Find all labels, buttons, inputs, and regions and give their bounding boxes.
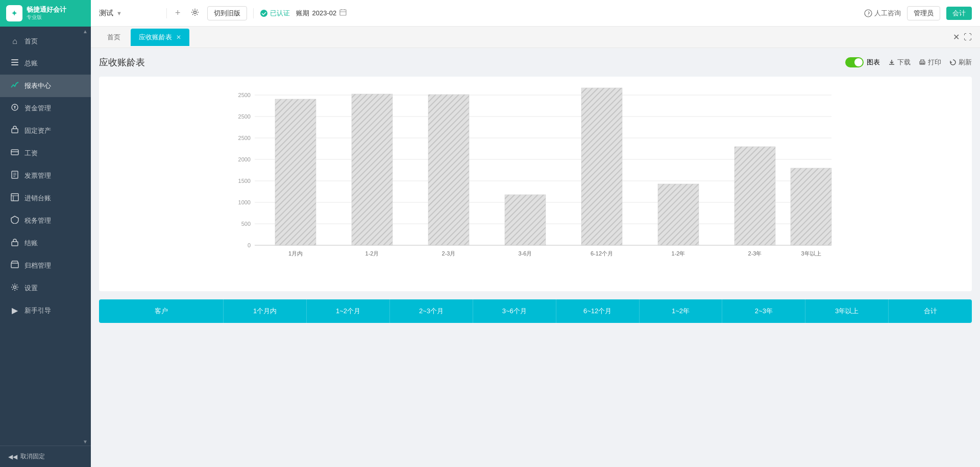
svg-rect-1 [11,62,18,63]
tab-close-icon[interactable]: ✕ [176,34,181,41]
svg-rect-4 [12,129,18,133]
th-6-12month: 6~12个月 [556,299,640,323]
tax-icon [10,216,19,226]
add-company-icon[interactable]: + [173,6,183,20]
certified-badge: 已认证 [260,9,290,18]
sidebar-label-guide: 新手引导 [24,306,51,315]
sidebar-item-archive[interactable]: 归档管理 [0,254,91,277]
old-version-button[interactable]: 切到旧版 [207,6,247,20]
sidebar-label-payroll: 工资 [24,149,38,158]
sidebar-item-assets[interactable]: 固定资产 [0,120,91,142]
th-customer: 客户 [99,299,224,323]
assets-icon [10,126,19,136]
sidebar-item-home[interactable]: ⌂ 首页 [0,31,91,52]
cancel-pin-button[interactable]: ◀◀ 取消固定 [0,446,91,467]
logo-sub: 专业版 [27,14,66,21]
svg-text:2500: 2500 [238,92,251,98]
table-header: 客户 1个月内 1~2个月 2~3个月 3~6个月 6~12个月 1~2年 2~… [99,299,972,323]
sidebar-label-tax: 税务管理 [24,216,51,225]
sidebar-label-reports: 报表中心 [24,81,51,90]
th-3-6month: 3~6个月 [473,299,556,323]
svg-text:1000: 1000 [238,199,251,205]
reports-icon [10,81,19,91]
svg-rect-13 [340,10,346,15]
funds-icon [10,103,19,113]
download-button[interactable]: 下载 [888,58,911,67]
th-2-3month: 2~3个月 [390,299,473,323]
th-3year-plus: 3年以上 [805,299,889,323]
sidebar-item-close[interactable]: 结账 [0,232,91,254]
sidebar-item-reports[interactable]: 报表中心 [0,75,91,97]
sidebar: ✦ 畅捷通好会计 专业版 ▲ ⌂ 首页 总账 [0,0,91,467]
svg-text:1-2年: 1-2年 [672,250,685,256]
company-selector[interactable]: 测试 ▼ [99,9,160,18]
svg-text:2000: 2000 [238,156,251,162]
tab-bar-right: ✕ ⛶ [953,32,972,42]
scroll-up-arrow[interactable]: ▲ [83,29,88,34]
sidebar-logo: ✦ 畅捷通好会计 专业版 [0,0,91,27]
company-name: 测试 [99,9,113,18]
sidebar-item-stock[interactable]: 进销台账 [0,187,91,209]
svg-point-10 [14,286,16,289]
tab-expand-icon[interactable]: ⛶ [964,33,972,42]
tab-close-window-icon[interactable]: ✕ [953,32,960,42]
svg-text:3-6月: 3-6月 [519,250,532,256]
sidebar-item-ledger[interactable]: 总账 [0,52,91,75]
th-1-2year: 1~2年 [640,299,723,323]
sidebar-item-invoice[interactable]: 发票管理 [0,165,91,187]
svg-text:1月内: 1月内 [288,250,303,256]
sidebar-item-guide[interactable]: ▶ 新手引导 [0,299,91,321]
scroll-down-arrow[interactable]: ▼ [83,439,88,445]
toggle-track[interactable] [845,57,864,67]
calendar-icon[interactable] [339,9,347,17]
tab-home[interactable]: 首页 [99,29,129,46]
svg-point-14 [865,10,872,17]
toolbar-right: 图表 下载 打印 [845,57,972,67]
role-button[interactable]: 会计 [946,7,972,20]
page-title-row: 应收账龄表 图表 下载 [99,56,972,68]
support-button[interactable]: 人工咨询 [864,9,901,18]
sidebar-label-settings: 设置 [24,284,38,293]
svg-rect-48 [734,147,775,245]
company-dropdown-icon[interactable]: ▼ [116,10,122,16]
certified-label: 已认证 [270,9,290,18]
content-area: 应收账龄表 图表 下载 [91,48,980,467]
logo-text: 畅捷通好会计 [27,6,66,14]
sidebar-item-tax[interactable]: 税务管理 [0,209,91,232]
manager-button[interactable]: 管理员 [907,6,940,20]
sidebar-label-assets: 固定资产 [24,126,51,135]
sidebar-item-payroll[interactable]: 工资 [0,142,91,165]
period-value: 2023-02 [312,9,337,17]
tab-active-label: 应收账龄表 [139,33,172,42]
svg-rect-38 [352,94,393,245]
svg-rect-40 [428,95,469,245]
chart-toggle[interactable]: 图表 [845,57,880,67]
toggle-label: 图表 [867,58,880,67]
payroll-icon [10,148,19,158]
th-1-2month: 1~2个月 [307,299,390,323]
main-area: 测试 ▼ + 切到旧版 已认证 账期 2023-02 [91,0,980,467]
svg-rect-50 [791,168,831,245]
sidebar-item-settings[interactable]: 设置 [0,277,91,299]
invoice-icon [10,171,19,181]
tab-active[interactable]: 应收账龄表 ✕ [131,29,189,46]
svg-point-11 [193,11,196,13]
settings-icon [10,283,19,293]
svg-text:2-3年: 2-3年 [748,250,762,256]
archive-icon [10,261,19,271]
settings-header-icon[interactable] [189,6,201,20]
support-label: 人工咨询 [874,9,901,18]
svg-text:1500: 1500 [238,178,251,184]
svg-text:1-2月: 1-2月 [365,250,379,256]
cancel-pin-label: 取消固定 [20,452,45,461]
svg-text:2-3月: 2-3月 [442,250,456,256]
print-button[interactable]: 打印 [919,58,941,67]
refresh-button[interactable]: 刷新 [949,58,972,67]
svg-text:2500: 2500 [238,113,251,120]
svg-rect-0 [11,59,18,60]
sidebar-label-close: 结账 [24,239,38,248]
header-divider-2 [253,8,254,18]
svg-point-15 [868,15,868,15]
svg-rect-2 [11,64,18,65]
sidebar-item-funds[interactable]: 资金管理 [0,97,91,120]
